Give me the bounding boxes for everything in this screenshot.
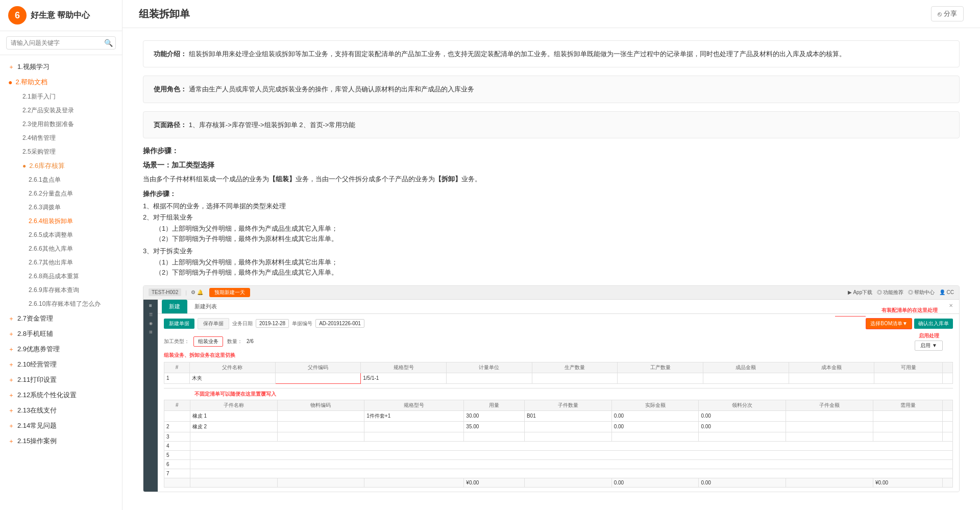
ss-bom-btn[interactable]: 选择BOM清单▼ bbox=[866, 318, 912, 329]
ss-bom-area: 有装配清单的在这里处理 选择BOM清单▼ 确认出入库单 bbox=[866, 318, 953, 329]
ss-new-btn[interactable]: 预期新建一天 bbox=[209, 288, 250, 297]
sidebar-item-finance[interactable]: ＋ 2.7资金管理 bbox=[0, 311, 122, 326]
ss-ltd5-1: 5 bbox=[164, 450, 190, 459]
ss-ltd-9 bbox=[786, 410, 873, 421]
sidebar-item-dataprep[interactable]: 2.3使用前数据准备 bbox=[14, 117, 122, 131]
ss-ltd2-8: 0.00 bbox=[699, 421, 786, 432]
sidebar-item-payment[interactable]: ＋ 2.13在线支付 bbox=[0, 403, 122, 418]
ss-ltd2-3 bbox=[277, 421, 364, 432]
plus-icon-10: ＋ bbox=[8, 437, 14, 446]
sidebar-item-ops[interactable]: ＋ 2.10经营管理 bbox=[0, 357, 122, 372]
ss-ltd-7: 0.00 bbox=[611, 410, 699, 421]
ss-id: TEST-H002 bbox=[149, 288, 181, 296]
ss-lower-row1: 橡皮 1 1件件套+1 30.00 B01 0.00 0.00 bbox=[164, 410, 953, 421]
ss-lth-11 bbox=[943, 400, 953, 410]
ss-type-val[interactable]: 组装业务 bbox=[193, 336, 223, 347]
sidebar-item-269[interactable]: 2.6.9库存账本查询 bbox=[22, 283, 122, 297]
scenario1-bracket2: 【拆卸】 bbox=[435, 175, 461, 183]
ss-upper-table-wrap: # 父件名称 父件编码 规格型号 计量单位 生产数量 工产数量 bbox=[164, 362, 953, 384]
role-text: 通常由生产人员或库管人员完成拆装业务的操作，库管人员确认原材料的出库和产成品的入… bbox=[189, 85, 474, 93]
sidebar: 6 好生意 帮助中心 🔍 ＋ 1.视频学习 ● 2.帮助文档 2.1新手入门 2… bbox=[0, 0, 122, 510]
sidebar-item-video[interactable]: ＋ 1.视频学习 bbox=[0, 59, 122, 75]
ss-ltd2-6 bbox=[524, 421, 611, 432]
ss-ltd-2: 橡皮 1 bbox=[190, 410, 277, 421]
step2-sub1: （1）上部明细为父件明细，最终作为产成品生成其它入库单； bbox=[143, 224, 960, 233]
ss-main-content: 新建 新建列表 ✕ 新建单据 保存单据 bbox=[158, 300, 959, 492]
sidebar-item-purchase[interactable]: 2.5采购管理 bbox=[14, 145, 122, 159]
ss-lower-header-wrap: 不固定清单可以随便在这里置覆写入 bbox=[164, 391, 953, 398]
ss-lower-row3: 3 bbox=[164, 432, 953, 441]
ss-bill-val: AD-20191226-001 bbox=[315, 319, 364, 328]
ss-bill-label: 单据编号 bbox=[292, 320, 312, 327]
sidebar-item-268[interactable]: 2.6.8商品成本重算 bbox=[22, 270, 122, 283]
sidebar-item-261[interactable]: 2.6.1盘点单 bbox=[22, 173, 122, 187]
share-button[interactable]: ⎋ 分享 bbox=[931, 6, 964, 21]
ss-th-name: 父件名称 bbox=[189, 362, 275, 373]
ss-divider bbox=[164, 388, 953, 388]
sidebar-item-2610[interactable]: 2.6.10库存账本错了怎么办 bbox=[22, 297, 122, 311]
ss-ltd2-7: 0.00 bbox=[611, 421, 699, 432]
page-title: 组装拆卸单 bbox=[139, 7, 190, 21]
ss-lth-4: 规格型号 bbox=[364, 400, 464, 410]
sidebar-item-helpdoc[interactable]: ● 2.帮助文档 bbox=[0, 75, 122, 90]
ss-td-num: 1 bbox=[164, 373, 190, 383]
screenshot-image: TEST-H002 | ⚙ 🔔 预期新建一天 ▶ App下载 ◎ 功能推荐 ◎ … bbox=[143, 285, 960, 492]
sidebar-item-263[interactable]: 2.6.3调拨单 bbox=[22, 201, 122, 214]
ss-lth-1: # bbox=[164, 400, 190, 410]
sidebar-item-265[interactable]: 2.6.5成本调整单 bbox=[22, 228, 122, 242]
ss-th-spec: 规格型号 bbox=[361, 362, 447, 373]
ss-upper-row1: 1 木夹 1/5/1-1 bbox=[164, 373, 953, 383]
step2-sub2: （2）下部明细为子件明细，最终作为原材料生成其它出库单。 bbox=[143, 234, 960, 244]
ss-ltd3-11 bbox=[943, 432, 953, 441]
ss-sep1: | bbox=[185, 289, 187, 296]
ss-ltd-3 bbox=[277, 410, 364, 421]
step1: 1、根据不同的业务，选择不同单据的类型来处理 bbox=[143, 202, 960, 211]
search-box: 🔍 bbox=[0, 31, 122, 55]
search-icon[interactable]: 🔍 bbox=[104, 39, 113, 47]
ss-ltd2-10 bbox=[873, 421, 943, 432]
sidebar-header: 6 好生意 帮助中心 bbox=[0, 0, 122, 31]
ss-th-amount: 成品金额 bbox=[703, 362, 789, 373]
ss-form: 新建单据 保存单据 业务日期 2019-12-28 单据编号 AD-201912… bbox=[158, 314, 959, 492]
ss-td-qty bbox=[532, 373, 618, 383]
sidebar-item-267[interactable]: 2.6.7其他出库单 bbox=[22, 256, 122, 270]
sidebar-item-sales[interactable]: 2.4销售管理 bbox=[14, 131, 122, 145]
ss-td-code bbox=[275, 373, 361, 383]
ss-ltd3-4 bbox=[364, 432, 464, 441]
sidebar-item-install[interactable]: 2.2产品安装及登录 bbox=[14, 104, 122, 117]
sidebar-item-inventory[interactable]: ● 2.6库存核算 bbox=[14, 159, 122, 173]
role-block: 使用角色： 通常由生产人员或库管人员完成拆装业务的操作，库管人员确认原材料的出库… bbox=[143, 76, 960, 103]
sidebar-item-cases[interactable]: ＋ 2.15操作案例 bbox=[0, 433, 122, 449]
ss-lth-7: 实际金额 bbox=[611, 400, 699, 410]
ss-tab-list[interactable]: 新建列表 bbox=[187, 300, 224, 313]
ss-confirm-btn[interactable]: 确认出入库单 bbox=[914, 319, 953, 329]
ss-ltd2-4 bbox=[364, 421, 464, 432]
sidebar-item-266[interactable]: 2.6.6其他入库单 bbox=[22, 242, 122, 256]
search-wrap: 🔍 bbox=[6, 36, 116, 50]
ss-btn-new[interactable]: 新建单据 bbox=[164, 319, 194, 329]
ss-lower-row7: 7 bbox=[164, 469, 953, 478]
sidebar-item-mobile[interactable]: ＋ 2.8手机旺辅 bbox=[0, 326, 122, 342]
ss-icon4: ⊞ bbox=[149, 330, 153, 334]
ss-tab-new[interactable]: 新建 bbox=[162, 300, 187, 313]
plus-icon-8: ＋ bbox=[8, 406, 14, 415]
ss-close-icon[interactable]: ✕ bbox=[947, 300, 955, 313]
ss-enable-btn[interactable]: 启用 ▼ bbox=[915, 341, 943, 351]
ss-icon3: ◉ bbox=[149, 321, 153, 326]
sidebar-item-print[interactable]: ＋ 2.11打印设置 bbox=[0, 372, 122, 387]
search-input[interactable] bbox=[6, 36, 116, 50]
ss-annotation3-wrap: 启用处理 启用 ▼ bbox=[915, 332, 943, 351]
plus-icon-9: ＋ bbox=[8, 422, 14, 430]
sidebar-sub-inventory: 2.6.1盘点单 2.6.2分量盘点单 2.6.3调拨单 2.6.4组装拆卸单 … bbox=[14, 173, 122, 311]
sidebar-item-faq[interactable]: ＋ 2.14常见问题 bbox=[0, 418, 122, 433]
sidebar-item-newbie[interactable]: 2.1新手入门 bbox=[14, 90, 122, 104]
sidebar-item-customize[interactable]: ＋ 2.12系统个性化设置 bbox=[0, 387, 122, 403]
func-intro-text: 组装拆卸单用来处理企业组装或拆卸等加工业务，支持有固定装配清单的产品加工业务，也… bbox=[189, 50, 846, 58]
ss-ltd2-5: 35.00 bbox=[464, 421, 525, 432]
sidebar-item-262[interactable]: 2.6.2分量盘点单 bbox=[22, 187, 122, 201]
sidebar-item-coupon[interactable]: ＋ 2.9优惠券管理 bbox=[0, 342, 122, 357]
ss-lf-1 bbox=[164, 478, 190, 487]
sidebar-item-264[interactable]: 2.6.4组装拆卸单 bbox=[22, 214, 122, 228]
ss-btn-save[interactable]: 保存单据 bbox=[198, 318, 229, 329]
ss-annotation1: 有装配清单的在这里处理 bbox=[881, 307, 938, 314]
